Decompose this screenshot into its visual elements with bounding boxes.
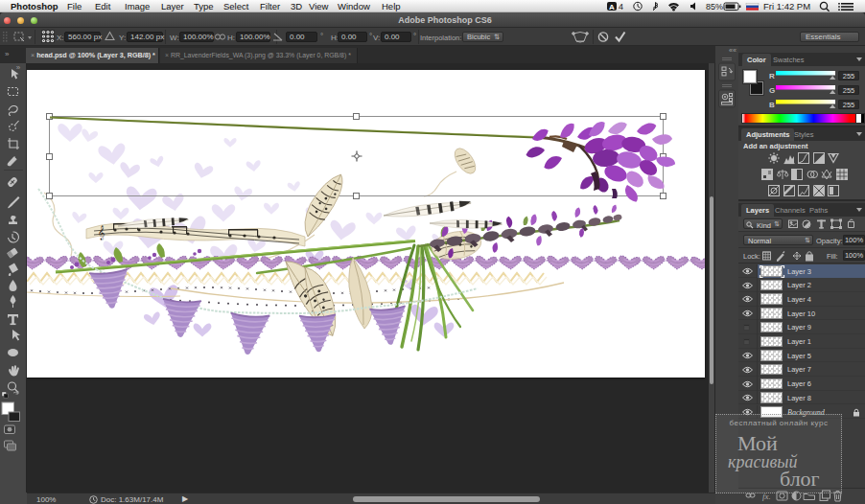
svg-text:««: «« (729, 47, 736, 54)
svg-text:4: 4 (619, 2, 623, 11)
svg-text:A: A (609, 3, 615, 11)
svg-text:G: G (769, 86, 775, 95)
svg-text:85%: 85% (706, 2, 723, 11)
svg-text:𝄞: 𝄞 (98, 225, 105, 241)
svg-text:»: » (16, 63, 21, 72)
svg-text:B: B (769, 101, 775, 109)
svg-text:R: R (769, 72, 775, 80)
svg-text:Fri 1:42 PM: Fri 1:42 PM (763, 1, 810, 11)
